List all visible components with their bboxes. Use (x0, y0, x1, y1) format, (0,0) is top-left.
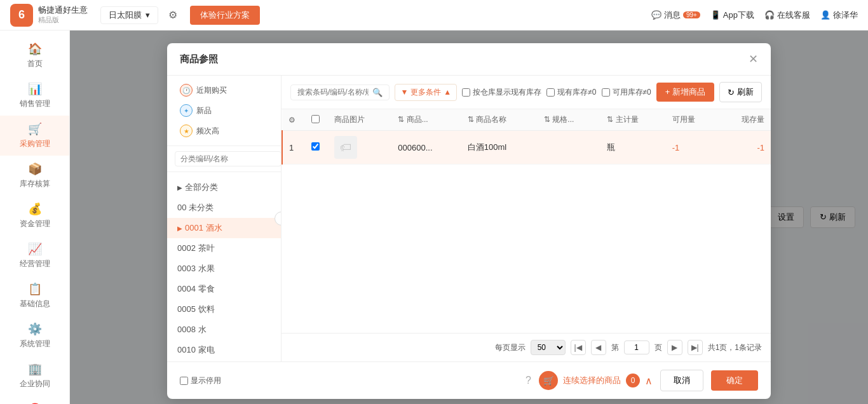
product-table-container: ⚙ 商品图片 (281, 109, 771, 333)
sidebar-item-purchase[interactable]: 🛒 采购管理 (0, 116, 69, 156)
filter-more-label: 更多条件 (410, 87, 441, 98)
sidebar-item-system[interactable]: ⚙️ 系统管理 (0, 316, 69, 356)
category-item-0003[interactable]: 0003 水果 (167, 259, 281, 279)
settings-icon[interactable]: ⚙ (163, 6, 182, 25)
sidebar-item-enterprise[interactable]: 🏢 企业协同 (0, 356, 69, 396)
logo-area: 6 畅捷通好生意 精品版 (10, 4, 88, 27)
basic-icon: 📋 (28, 282, 42, 296)
sidebar-item-home[interactable]: 🏠 首页 (0, 36, 69, 76)
sort-icon-code: ⇅ (398, 115, 404, 124)
chevron-down-icon: ▾ (146, 10, 150, 20)
col-unit[interactable]: ⇅ 主计量 (600, 109, 665, 131)
page-next-button[interactable]: ▶ (667, 340, 682, 355)
sales-icon: 📊 (28, 82, 42, 96)
table-header-row: ⚙ 商品图片 (282, 109, 771, 131)
nav-selector[interactable]: 日太阳膜 ▾ (100, 6, 158, 24)
filter-warehouse-checkbox[interactable]: 按仓库显示现有库存 (462, 87, 541, 98)
modal-close-button[interactable]: ✕ (749, 52, 758, 66)
category-item-0002[interactable]: 0002 茶叶 (167, 238, 281, 259)
modal-body: 🕐 近期购买 ✦ 新品 ★ 频次高 (167, 76, 771, 361)
category-quick-frequent[interactable]: ★ 频次高 (175, 121, 273, 140)
sidebar-label-purchase: 采购管理 (20, 138, 50, 149)
phone-icon: 📱 (710, 10, 721, 20)
sidebar-item-guide[interactable]: 🎯 新手引导 (0, 396, 69, 404)
system-icon: ⚙️ (28, 322, 42, 336)
page-last-button[interactable]: ▶| (688, 340, 703, 355)
category-search-input[interactable] (175, 151, 281, 166)
show-disabled-checkbox[interactable]: 显示停用 (180, 375, 221, 386)
industry-solution-button[interactable]: 体验行业方案 (190, 6, 260, 25)
product-search-icon[interactable]: 🔍 (372, 88, 383, 97)
operation-icon: 📈 (28, 242, 42, 256)
brand-sub: 精品版 (38, 15, 88, 25)
panel-collapse-button[interactable]: 《 (275, 212, 281, 226)
sidebar-item-inventory[interactable]: 📦 库存核算 (0, 156, 69, 196)
sidebar-item-operation[interactable]: 📈 经营管理 (0, 236, 69, 276)
sidebar-label-inventory: 库存核算 (20, 178, 50, 189)
sidebar-item-basic[interactable]: 📋 基础信息 (0, 276, 69, 316)
freq-icon: ★ (180, 125, 193, 137)
page-size-label: 每页显示 (495, 342, 526, 353)
filter-available-stock-input[interactable] (602, 88, 610, 97)
purchase-icon: 🛒 (28, 122, 42, 136)
online-service-nav-item[interactable]: 🎧 在线客服 (764, 10, 810, 21)
finance-icon: 💰 (28, 202, 42, 216)
sidebar: 🏠 首页 📊 销售管理 🛒 采购管理 📦 库存核算 💰 资金管理 📈 经营管理 … (0, 30, 70, 404)
col-code[interactable]: ⇅ 商品... (391, 109, 461, 131)
content-area: 查询 设置 ↻ 刷新 商品参照 ✕ (70, 30, 868, 404)
table-row[interactable]: 1 🏷 000600... 白酒100ml (282, 131, 771, 165)
category-quick-new[interactable]: ✦ 新品 (175, 101, 273, 120)
cart-collapse-button[interactable]: ∧ (645, 375, 653, 387)
sidebar-item-sales[interactable]: 📊 销售管理 (0, 76, 69, 116)
row-checkbox[interactable] (311, 142, 320, 151)
user-name: 徐泽华 (833, 10, 858, 21)
col-name[interactable]: ⇅ 商品名称 (461, 109, 538, 131)
page-input[interactable] (624, 340, 649, 354)
row-available: -1 (666, 131, 719, 165)
modal-title: 商品参照 (180, 53, 218, 65)
select-all-checkbox[interactable] (311, 115, 320, 123)
refresh-product-button[interactable]: ↻ 刷新 (719, 82, 762, 102)
page-first-button[interactable]: |◀ (571, 340, 586, 355)
filter-current-stock-checkbox[interactable]: 现有库存≠0 (546, 87, 596, 98)
category-item-0001[interactable]: ▶ 0001 酒水 (167, 218, 281, 238)
show-disabled-input[interactable] (180, 377, 188, 385)
confirm-button[interactable]: 确定 (711, 370, 758, 391)
col-checkbox (305, 109, 328, 131)
row-index: 1 (282, 131, 305, 165)
add-product-button[interactable]: + 新增商品 (656, 83, 714, 102)
page-prev-button[interactable]: ◀ (591, 340, 606, 355)
category-item-0010[interactable]: 0010 家电 (167, 340, 281, 360)
page-size-select[interactable]: 50 10 20 100 (531, 340, 566, 355)
category-item-0008[interactable]: 0008 水 (167, 320, 281, 340)
help-icon[interactable]: ? (526, 375, 531, 386)
filter-available-stock-checkbox[interactable]: 可用库存≠0 (602, 87, 651, 98)
filter-current-stock-input[interactable] (546, 88, 555, 97)
category-item-all[interactable]: ▶ 全部分类 (167, 177, 281, 198)
sidebar-label-enterprise: 企业协同 (20, 379, 50, 389)
row-code: 000600... (391, 131, 461, 165)
cancel-button[interactable]: 取消 (660, 370, 703, 391)
category-item-0005[interactable]: 0005 饮料 (167, 299, 281, 320)
app-download-nav-item[interactable]: 📱 App下载 (710, 10, 754, 21)
sidebar-label-system: 系统管理 (20, 339, 50, 349)
filter-icon: ▼ (400, 88, 408, 97)
filter-more-button[interactable]: ▼ 更多条件 ▲ (395, 84, 457, 101)
filter-available-stock-label: 可用库存≠0 (613, 87, 651, 98)
filter-warehouse-input[interactable] (462, 88, 470, 97)
top-nav: 6 畅捷通好生意 精品版 日太阳膜 ▾ ⚙ 体验行业方案 💬 消息 99+ 📱 … (0, 0, 868, 30)
brand-name: 畅捷通好生意 (38, 5, 88, 16)
col-available: 可用量 (666, 109, 719, 131)
category-item-0004[interactable]: 0004 零食 (167, 279, 281, 299)
column-settings-icon[interactable]: ⚙ (288, 116, 295, 125)
col-spec[interactable]: ⇅ 规格... (538, 109, 600, 131)
sidebar-item-finance[interactable]: 💰 资金管理 (0, 196, 69, 236)
col-settings[interactable]: ⚙ (282, 109, 305, 131)
product-search-input[interactable] (297, 88, 369, 97)
category-quick-recent[interactable]: 🕐 近期购买 (175, 81, 273, 100)
page-label2: 页 (654, 342, 662, 353)
user-nav-item[interactable]: 👤 徐泽华 (820, 10, 858, 21)
category-item-00[interactable]: 00 未分类 (167, 198, 281, 218)
messages-nav-item[interactable]: 💬 消息 99+ (651, 10, 700, 21)
sort-icon-unit: ⇅ (607, 115, 613, 124)
